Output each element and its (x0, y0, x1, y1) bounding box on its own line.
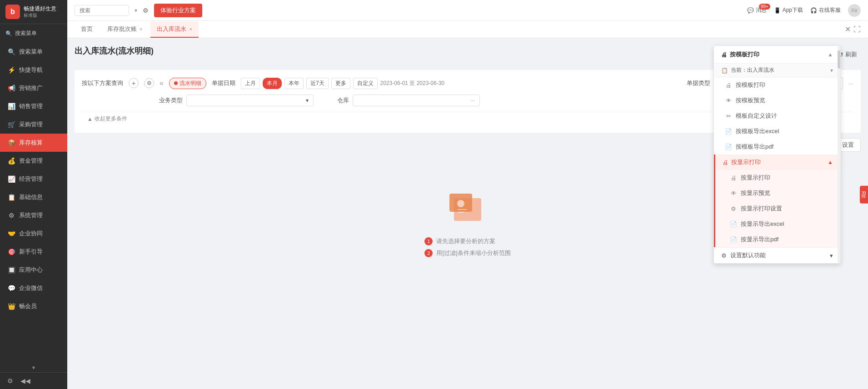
tab-batch-ledger[interactable]: 库存批次账 × (101, 21, 149, 38)
sidebar: b 畅捷通好生意 标准版 🔍 搜索菜单 🔍 搜索菜单 ⚡ 快捷导航 (0, 0, 67, 389)
tab-batch-ledger-close[interactable]: × (140, 26, 142, 32)
dropdown-display-settings[interactable]: ⚙ 按显示打印设置 (715, 201, 840, 216)
active-filter-tag[interactable]: 流水明细 (169, 78, 206, 89)
dropdown-display-preview[interactable]: 👁 按显示预览 (715, 185, 840, 201)
date-btn-7days[interactable]: 近7天 (306, 78, 329, 89)
dropdown-current-icon: 📋 (721, 67, 728, 74)
trial-button[interactable]: 体验行业方案 (154, 4, 202, 17)
dropdown-template-pdf[interactable]: 📄 按模板导出pdf (714, 139, 840, 155)
dropdown-title-icon: 🖨 (721, 51, 727, 58)
dropdown-template-excel[interactable]: 📄 按模板导出excel (714, 124, 840, 139)
filter-more-icon[interactable]: ··· (848, 80, 853, 87)
print-dropdown-panel: 🖨 按模板打印 ▲ 📋 当前：出入库流水 ▾ 🖨 按模板打印 👁 按模板预览 ✏… (713, 45, 841, 264)
dropdown-display-pdf[interactable]: 📄 按显示导出pdf (715, 232, 840, 247)
doc-type-label: 单据类型 (687, 79, 710, 87)
sidebar-item-label: 系统管理 (19, 211, 43, 219)
sidebar-item-app-center[interactable]: 🔲 应用中心 (0, 261, 67, 279)
sidebar-item-finance[interactable]: 💰 资金管理 (0, 152, 67, 170)
dropdown-current-arrow[interactable]: ▾ (830, 67, 833, 74)
dropdown-footer-settings[interactable]: ⚙ 设置默认功能 ▾ (714, 247, 840, 263)
dropdown-template-print[interactable]: 🖨 按模板打印 (714, 77, 840, 93)
wechat-icon: 💬 (7, 284, 15, 292)
footer-settings-label: 设置默认功能 (730, 251, 766, 259)
app-download-button[interactable]: 📱 App下载 (774, 6, 803, 14)
topbar-dropdown-arrow[interactable]: ▾ (135, 7, 137, 14)
date-btn-last-month[interactable]: 上月 (241, 78, 260, 89)
collapse-sidebar-icon[interactable]: ◀◀ (20, 377, 30, 384)
template-pdf-label: 按模板导出pdf (736, 143, 773, 151)
refresh-btn-label: 刷新 (845, 50, 857, 59)
sidebar-item-basic-info[interactable]: 📋 基础信息 (0, 188, 67, 206)
dropdown-collapse-arrow[interactable]: ▲ (828, 51, 833, 58)
system-icon: ⚙ (7, 211, 15, 219)
step-2-num: 2 (424, 249, 433, 257)
dropdown-display-print[interactable]: 🖨 按显示打印 (715, 170, 840, 185)
sidebar-item-search[interactable]: 🔍 搜索菜单 (0, 43, 67, 61)
settings-footer-icon[interactable]: ⚙ (7, 377, 13, 384)
sidebar-item-label: 营销推广 (19, 84, 43, 92)
empty-steps: 1 请先选择要分析的方案 2 用[过滤]条件来缩小分析范围 (424, 237, 510, 261)
tab-flow[interactable]: 出入库流水 × (150, 21, 198, 38)
operation-icon: 📈 (7, 175, 15, 183)
dropdown-current-template[interactable]: 📋 当前：出入库流水 ▾ (714, 64, 840, 77)
topbar-search-input[interactable] (75, 5, 129, 16)
business-type-select[interactable]: ▾ (186, 95, 314, 106)
sidebar-item-marketing[interactable]: 📢 营销推广 (0, 79, 67, 97)
date-range-text: 2023-06-01 至 2023-06-30 (380, 80, 444, 87)
filter-collapse-icon[interactable]: « (160, 79, 164, 87)
sidebar-nav: 🔍 搜索菜单 ⚡ 快捷导航 📢 营销推广 📊 销售管理 🛒 采购管理 📦 (0, 43, 67, 363)
right-edge-label: Rit (860, 191, 867, 198)
dropdown-template-preview[interactable]: 👁 按模板预览 (714, 93, 840, 108)
dropdown-display-excel[interactable]: 📄 按显示导出excel (715, 216, 840, 232)
sidebar-item-purchase[interactable]: 🛒 采购管理 (0, 115, 67, 134)
tab-home[interactable]: 首页 (75, 21, 99, 38)
dropdown-display-header: 🖨 按显示打印 ▲ (715, 155, 840, 170)
dropdown-template-custom[interactable]: ✏ 模板自定义设计 (714, 108, 840, 124)
search-menu-button[interactable]: 🔍 搜索菜单 (5, 28, 62, 39)
date-btn-custom[interactable]: 自定义 (353, 78, 378, 89)
filter-add-button[interactable]: + (129, 78, 139, 88)
online-service-button[interactable]: 🎧 在线客服 (810, 6, 841, 14)
right-edge-tab[interactable]: Rit (860, 186, 868, 204)
sidebar-item-system[interactable]: ⚙ 系统管理 (0, 206, 67, 224)
tab-close-button[interactable]: ✕ (845, 25, 851, 34)
template-pdf-icon: 📄 (725, 143, 732, 150)
date-btn-more[interactable]: 更多 (331, 78, 350, 89)
user-avatar: Rit (848, 4, 861, 17)
sidebar-item-label: 经营管理 (19, 175, 43, 183)
display-print-header-icon: 🖨 (723, 159, 728, 166)
sidebar-item-member[interactable]: 👑 畅会员 (0, 297, 67, 315)
collapse-filter-label: 收起更多条件 (95, 115, 127, 123)
sidebar-item-wechat[interactable]: 💬 企业微信 (0, 279, 67, 297)
basic-info-icon: 📋 (7, 193, 15, 201)
date-btn-this-month[interactable]: 本月 (263, 78, 282, 89)
user-avatar-button[interactable]: Rit (848, 4, 861, 17)
sidebar-item-guide[interactable]: 🎯 新手引导 (0, 243, 67, 261)
sidebar-item-quick-nav[interactable]: ⚡ 快捷导航 (0, 61, 67, 79)
logo-icon: b (5, 5, 20, 19)
sidebar-item-inventory[interactable]: 📦 库存核算 (0, 134, 67, 152)
filter-gear-button[interactable]: ⚙ (144, 78, 154, 88)
sidebar-item-label: 企业微信 (19, 284, 43, 292)
tabs-right-controls: ✕ ⛶ (845, 25, 861, 34)
app-center-icon: 🔲 (7, 266, 15, 274)
message-button[interactable]: 💬 消息 99+ (747, 6, 767, 14)
warehouse-input[interactable]: ··· (353, 95, 480, 106)
display-preview-icon: 👁 (730, 190, 737, 197)
purchase-icon: 🛒 (7, 120, 15, 129)
sidebar-item-operation[interactable]: 📈 经营管理 (0, 170, 67, 188)
date-btn-this-year[interactable]: 本年 (284, 78, 304, 89)
sidebar-item-sales[interactable]: 📊 销售管理 (0, 97, 67, 115)
finance-icon: 💰 (7, 157, 15, 165)
warehouse-more-icon[interactable]: ··· (470, 97, 475, 104)
sidebar-scroll-down[interactable]: ▼ (0, 363, 67, 372)
tab-expand-button[interactable]: ⛶ (853, 25, 861, 34)
display-excel-icon: 📄 (730, 220, 737, 228)
collapse-arrow-icon: ▲ (87, 116, 93, 122)
template-print-icon: 🖨 (725, 81, 732, 89)
sidebar-item-enterprise[interactable]: 🤝 企业协同 (0, 224, 67, 243)
topbar-gear-icon[interactable]: ⚙ (143, 7, 149, 14)
search-nav-icon: 🔍 (7, 48, 15, 56)
dropdown-display-collapse[interactable]: ▲ (828, 159, 833, 165)
tab-flow-close[interactable]: × (189, 26, 192, 32)
